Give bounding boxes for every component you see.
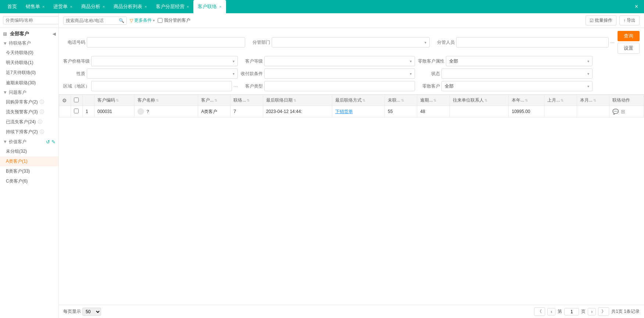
window-close-button[interactable]: ×: [632, 3, 641, 10]
nav-home[interactable]: 首页: [3, 0, 21, 13]
query-button[interactable]: 查询: [618, 31, 640, 41]
col-unit-contact[interactable]: 往来单位联系人 ⇅: [450, 95, 509, 106]
col-last-date[interactable]: 最后联络日期 ⇅: [263, 95, 332, 106]
row-checkbox-cell: [71, 106, 83, 117]
form-action-buttons: 查询 设置: [618, 31, 640, 54]
export-button[interactable]: ↑ 导出: [619, 15, 640, 25]
sidebar-item-c-class[interactable]: C类客户(6): [0, 176, 58, 186]
col-contact[interactable]: 联络... ⇅: [230, 95, 263, 106]
customer-type-input[interactable]: [264, 81, 415, 91]
status-select[interactable]: ▾: [441, 68, 593, 79]
pending-group-title[interactable]: ▼ 待联络客户: [0, 39, 58, 48]
region-select[interactable]: [91, 81, 232, 91]
filter-field-region: 区域（地区） ···: [63, 81, 238, 91]
nav-purchase-close[interactable]: ×: [70, 4, 72, 9]
row-contact: 7: [233, 109, 236, 114]
nav-customer-contact-close[interactable]: ×: [219, 4, 221, 9]
col-this-month[interactable]: 本月... ⇅: [577, 95, 609, 106]
price-level-select[interactable]: ▾: [91, 56, 238, 66]
nav-analysis-list-close[interactable]: ×: [144, 4, 147, 9]
settings-button[interactable]: 设置: [618, 43, 640, 54]
row-overdue: 48: [420, 109, 425, 114]
select-all-checkbox[interactable]: [74, 98, 79, 102]
phone-input[interactable]: [87, 37, 245, 47]
sidebar-search-input[interactable]: [3, 16, 59, 24]
edit-icon[interactable]: ✎: [51, 139, 56, 145]
sidebar-item-churn-warning[interactable]: 流失预警客户(3) ⓘ: [0, 107, 58, 117]
page-size-select[interactable]: 50 10 20 100: [82, 308, 101, 316]
nav-analysis[interactable]: 商品分析 ×: [77, 0, 109, 13]
filter-search-input[interactable]: [66, 18, 117, 23]
more-filters-button[interactable]: ▽ 更多条件 ▾: [130, 17, 155, 24]
filter-field-manager: 分管人员 ···: [433, 37, 615, 47]
col-code[interactable]: 客户编码 ⇅: [94, 95, 135, 106]
nav-customer-segment-close[interactable]: ×: [187, 4, 189, 9]
nature-select[interactable]: ▾: [87, 68, 238, 79]
payment-select[interactable]: ▾: [264, 68, 415, 79]
refresh-icon[interactable]: ↺: [46, 139, 50, 145]
nav-analysis-close[interactable]: ×: [103, 4, 105, 9]
batch-operation-button[interactable]: ☑ 批量操作: [586, 15, 616, 25]
next-page-button[interactable]: ›: [588, 308, 596, 315]
retail-customer-select[interactable]: 全部 ▾: [441, 81, 593, 91]
col-name[interactable]: 客户名称 ⇅: [134, 95, 198, 106]
row-last-method[interactable]: 下销货单: [335, 109, 353, 114]
sidebar: 🔍 ⊞ 全部客户 ◀ ▼ 待联络客户 今天待联络(0) 明天待联络(1) 近7天…: [0, 13, 59, 318]
sidebar-item-declining[interactable]: 持续下滑客户(2) ⓘ: [0, 127, 58, 137]
sidebar-item-repurchase[interactable]: 回购异常客户(2) ⓘ: [0, 97, 58, 107]
col-last-month[interactable]: 上月... ⇅: [544, 95, 577, 106]
prev-page-button[interactable]: ‹: [547, 308, 555, 315]
dept-select[interactable]: ▾: [272, 37, 430, 47]
sidebar-item-today[interactable]: 今天待联络(0): [0, 48, 58, 58]
col-this-year[interactable]: 本年... ⇅: [509, 95, 544, 106]
col-category[interactable]: 客户... ⇅: [198, 95, 230, 106]
sidebar-item-tomorrow[interactable]: 明天待联络(1): [0, 58, 58, 68]
manager-select[interactable]: [456, 37, 609, 47]
sidebar-collapse-icon[interactable]: ◀: [53, 32, 56, 36]
retail-customer-label: 零散客户: [418, 83, 440, 89]
payment-label: 收付款条件: [241, 71, 263, 77]
problem-group-title[interactable]: ▼ 问题客户: [0, 88, 58, 97]
nav-customer-contact[interactable]: 客户联络 ×: [193, 0, 226, 13]
last-date-sort-icon: ⇅: [293, 98, 296, 102]
nav-customer-contact-label: 客户联络: [198, 3, 217, 10]
col-no-contact[interactable]: 未联... ⇅: [385, 95, 417, 106]
manager-label: 分管人员: [433, 39, 455, 46]
nav-sales[interactable]: 销售单 ×: [21, 0, 49, 13]
total-records-label: 共1页 1条记录: [611, 308, 640, 315]
row-contact-cell: 7: [230, 106, 263, 117]
filter-search-icon[interactable]: 🔍: [119, 18, 124, 23]
row-category-cell: A类客户: [198, 106, 230, 117]
row-checkbox[interactable]: [74, 109, 79, 113]
sidebar-item-week[interactable]: 近7天待联络(0): [0, 68, 58, 78]
row-index: 1: [86, 109, 88, 114]
region-dots[interactable]: ···: [233, 83, 238, 89]
nav-purchase[interactable]: 进货单 ×: [49, 0, 76, 13]
col-overdue[interactable]: 逾期... ⇅: [417, 95, 450, 106]
sidebar-item-a-class[interactable]: A类客户(1): [0, 156, 58, 166]
retail-attr-select[interactable]: 全部 ▾: [446, 56, 593, 66]
nav-customer-segment[interactable]: 客户分层经营 ×: [151, 0, 193, 13]
more-filters-label: 更多条件: [134, 17, 152, 24]
nav-analysis-list[interactable]: 商品分析列表 ×: [109, 0, 151, 13]
page-number-input[interactable]: [564, 308, 579, 315]
filter-field-customer-type: 客户类型: [241, 81, 415, 91]
qr-action-icon[interactable]: ⊞: [621, 109, 625, 114]
my-customers-checkbox[interactable]: [158, 18, 162, 23]
sidebar-item-overdue[interactable]: 逾期未联络(30): [0, 78, 58, 88]
sidebar-item-churned[interactable]: 已流失客户(24) ⓘ: [0, 117, 58, 127]
sidebar-item-b-class[interactable]: B类客户(33): [0, 166, 58, 176]
customer-level-select[interactable]: ▾: [264, 56, 415, 66]
sidebar-item-ungrouped[interactable]: 未分组(32): [0, 146, 58, 156]
first-page-button[interactable]: 《: [534, 307, 545, 316]
last-page-button[interactable]: 》: [598, 307, 609, 316]
manager-dots[interactable]: ···: [610, 39, 615, 45]
filter-field-customer-level: 客户等级 ▾: [241, 56, 415, 66]
chat-action-icon[interactable]: 💬: [612, 109, 619, 114]
value-group-title[interactable]: ▼ 价值客户 ↺ ✎: [0, 137, 58, 146]
col-last-method[interactable]: 最后联络方式 ⇅: [332, 95, 384, 106]
table-settings-icon[interactable]: ⚙: [62, 98, 67, 103]
col-index: [83, 95, 94, 106]
nav-sales-close[interactable]: ×: [42, 4, 44, 9]
name-sort-icon: ⇅: [156, 98, 159, 102]
